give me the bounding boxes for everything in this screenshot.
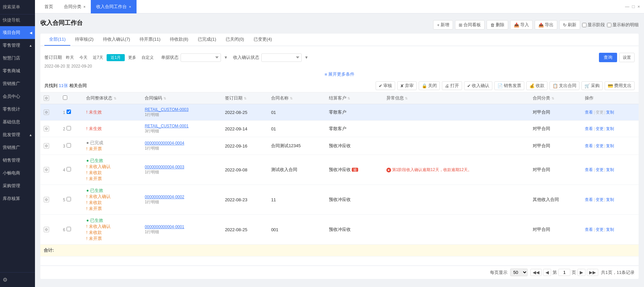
filter-tab-全部(11)[interactable]: 全部(11) xyxy=(44,34,70,46)
row-settings-icon[interactable]: ⚙ xyxy=(44,110,49,115)
date-option-近1月[interactable]: 近1月 xyxy=(107,54,125,61)
import-button[interactable]: 📥导入 xyxy=(510,20,533,30)
action-查看[interactable]: 查看 xyxy=(585,144,593,148)
contract-code-link[interactable]: 0000000000004-0003 xyxy=(145,165,184,169)
purchase-toolbar-btn[interactable]: 🛒采购 xyxy=(581,81,603,90)
last-page-btn[interactable]: ▶▶ xyxy=(587,269,598,276)
filter-tab-待收款(8)[interactable]: 待收款(8) xyxy=(165,34,193,46)
sales_invoice-toolbar-btn[interactable]: 📄销售发票 xyxy=(494,81,524,90)
sidebar-item-零售统计[interactable]: 零售统计 xyxy=(0,103,35,116)
page-input[interactable] xyxy=(558,269,570,276)
action-复制[interactable]: 复制 xyxy=(606,144,614,148)
sidebar-item-会员中心[interactable]: 会员中心 xyxy=(0,90,35,103)
filter-tab-已变更(4)[interactable]: 已变更(4) xyxy=(249,34,277,46)
contract-code-link[interactable]: RETAIL_CUSTOM-0003 xyxy=(145,107,188,112)
sidebar-item-零售商城[interactable]: 零售商城 xyxy=(0,65,35,77)
tab-合同分类[interactable]: 合同分类× xyxy=(59,0,91,13)
sidebar-item-基础信息[interactable]: 基础信息 xyxy=(0,116,35,128)
row-settings-icon[interactable]: ⚙ xyxy=(44,143,49,149)
action-查看[interactable]: 查看 xyxy=(585,197,593,202)
next-page-btn[interactable]: ▶ xyxy=(577,269,585,276)
filter-tab-待收入确认(7)[interactable]: 待收入确认(7) xyxy=(98,34,135,46)
date-option-更多[interactable]: 更多 xyxy=(126,54,138,61)
date-option-近7天[interactable]: 近7天 xyxy=(91,54,105,61)
action-变更[interactable]: 变更 xyxy=(596,144,604,148)
expense-toolbar-btn[interactable]: 💳费用支出 xyxy=(605,81,635,90)
action-复制[interactable]: 复制 xyxy=(606,197,614,202)
show_detail-checkbox[interactable] xyxy=(607,23,611,27)
date-option-昨天[interactable]: 昨天 xyxy=(64,54,76,61)
tab-close-btn[interactable]: × xyxy=(83,5,85,9)
print-toolbar-btn[interactable]: 🖨打开 xyxy=(442,81,462,90)
contract-code-link[interactable]: 0000000000004-0001 xyxy=(145,224,184,229)
action-复制[interactable]: 复制 xyxy=(606,126,614,131)
expand-button[interactable]: ≡ 展开更多条件 xyxy=(325,71,354,77)
sidebar-item-营销推广[interactable]: 营销推广 xyxy=(0,141,35,154)
prev-page-btn[interactable]: ◀ xyxy=(543,269,551,276)
collect-toolbar-btn[interactable]: 💰收款 xyxy=(526,81,547,90)
row-settings-icon[interactable]: ⚙ xyxy=(44,167,49,172)
maximize-btn[interactable]: □ xyxy=(632,4,635,9)
date-option-今天[interactable]: 今天 xyxy=(77,54,89,61)
row-checkbox[interactable] xyxy=(67,167,71,171)
contract-code-link[interactable]: 0000000000004-0002 xyxy=(145,195,184,199)
export-button[interactable]: 📤导出 xyxy=(535,20,557,30)
sidebar-item-营销推广[interactable]: 营销推广 xyxy=(0,77,35,90)
action-变更[interactable]: 变更 xyxy=(596,167,604,172)
column-settings-icon[interactable]: ⚙ xyxy=(44,95,49,101)
settings-button[interactable]: 设置 xyxy=(619,53,635,62)
row-settings-icon[interactable]: ⚙ xyxy=(44,126,49,131)
sidebar-item-项目合同[interactable]: 项目合同◀ xyxy=(0,26,35,39)
contract-code-link[interactable]: 0000000000004-0004 xyxy=(145,141,184,146)
income_confirm-toolbar-btn[interactable]: ✔收入确认 xyxy=(464,81,492,90)
action-变更[interactable]: 变更 xyxy=(596,227,604,232)
action-查看[interactable]: 查看 xyxy=(585,110,593,115)
date-option-自定义[interactable]: 自定义 xyxy=(140,54,156,61)
first-page-btn[interactable]: ◀◀ xyxy=(530,269,542,276)
row-checkbox[interactable] xyxy=(67,197,71,201)
sidebar-item-批发管理[interactable]: 批发管理▲ xyxy=(0,128,35,141)
panel-button[interactable]: ⊞合同看板 xyxy=(455,20,485,30)
row-checkbox[interactable] xyxy=(67,143,71,148)
minimize-btn[interactable]: — xyxy=(625,4,630,9)
tab-首页[interactable]: 首页 xyxy=(39,0,59,13)
abandon-toolbar-btn[interactable]: ✘弃审 xyxy=(397,81,417,90)
action-复制[interactable]: 复制 xyxy=(606,110,614,115)
row-settings-icon[interactable]: ⚙ xyxy=(44,227,49,232)
tab-收入合同工作台[interactable]: 收入合同工作台× xyxy=(91,0,136,13)
filter-tab-待开票(11)[interactable]: 待开票(11) xyxy=(135,34,165,46)
income-status-select[interactable] xyxy=(261,53,302,62)
sidebar-nav[interactable]: 快捷导航 xyxy=(0,14,35,26)
row-checkbox[interactable] xyxy=(67,227,71,231)
row-settings-icon[interactable]: ⚙ xyxy=(44,197,49,202)
out_contract-toolbar-btn[interactable]: 📋支出合同 xyxy=(550,81,579,90)
query-button[interactable]: 查询 xyxy=(599,53,617,62)
sidebar-item-销售管理[interactable]: 销售管理 xyxy=(0,154,35,167)
action-变更[interactable]: 变更 xyxy=(596,126,604,131)
sidebar-item-采购管理[interactable]: 采购管理 xyxy=(0,179,35,192)
row-checkbox[interactable] xyxy=(67,110,71,114)
close-toolbar-btn[interactable]: 🔒关闭 xyxy=(419,81,440,90)
action-变更[interactable]: 变更 xyxy=(596,197,604,202)
sidebar-search[interactable]: 搜索菜单 xyxy=(0,0,35,14)
filter-tab-已关闭(0)[interactable]: 已关闭(0) xyxy=(221,34,249,46)
sidebar-item-智慧门店[interactable]: 智慧门店 xyxy=(0,52,35,65)
select-all-checkbox[interactable] xyxy=(63,95,67,100)
action-查看[interactable]: 查看 xyxy=(585,126,593,131)
action-查看[interactable]: 查看 xyxy=(585,167,593,172)
action-复制[interactable]: 复制 xyxy=(606,227,614,232)
doc-status-select[interactable] xyxy=(181,53,221,62)
tab-close-btn[interactable]: × xyxy=(129,5,131,9)
action-查看[interactable]: 查看 xyxy=(585,227,593,232)
gear-icon[interactable]: ⚙ xyxy=(3,277,7,283)
page-size-select[interactable]: 50 20 100 xyxy=(510,269,528,276)
filter-tab-待审核(2)[interactable]: 待审核(2) xyxy=(70,34,98,46)
delete-button[interactable]: 🗑删除 xyxy=(487,20,508,30)
close-btn[interactable]: × xyxy=(637,4,640,9)
filter-tab-已完成(1)[interactable]: 已完成(1) xyxy=(193,34,221,46)
sidebar-item-库存核算[interactable]: 库存核算 xyxy=(0,192,35,205)
sidebar-item-零售管理[interactable]: 零售管理▲ xyxy=(0,39,35,52)
action-复制[interactable]: 复制 xyxy=(606,167,614,172)
row-checkbox[interactable] xyxy=(67,126,71,130)
audit-toolbar-btn[interactable]: ✔审核 xyxy=(376,81,395,90)
